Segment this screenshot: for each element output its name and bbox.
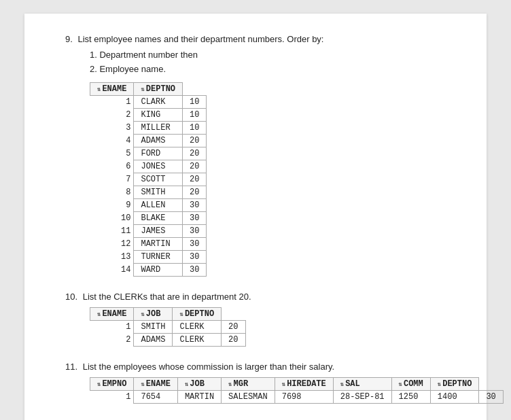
q11-col-job: ⇅JOB [177,377,221,390]
cell-deptno: 20 [183,160,207,173]
table-row: 1SMITHCLERK20 [90,320,246,333]
cell-ename: WARD [134,263,183,276]
table-cell: 30 [479,390,503,403]
row-num: 1 [90,320,134,333]
cell-ename: SMITH [134,186,183,198]
q9-col-deptno: ⇅DEPTNO [134,82,183,95]
cell-deptno: 20 [183,186,207,198]
q11-col-comm: ⇅COMM [391,377,430,390]
table-cell: CLERK [173,333,222,346]
table-row: 2KING10 [90,108,207,121]
q10-table-wrap: ⇅ENAME ⇅JOB ⇅DEPTNO 1SMITHCLERK202ADAMSC… [90,307,446,347]
cell-deptno: 20 [183,173,207,186]
table-row: 2ADAMSCLERK20 [90,333,246,346]
row-num: 2 [90,333,134,346]
row-num: 1 [90,95,134,108]
q10-title: 10. List the CLERKs that are in departme… [65,292,446,302]
q11-title: 11. List the employees whose commission … [65,362,446,372]
cell-deptno: 30 [183,198,207,211]
table-row: 7SCOTT20 [90,173,207,186]
table-cell: SALESMAN [222,390,275,403]
q11-col-ename: ⇅ENAME [134,377,177,390]
cell-ename: ALLEN [134,198,183,211]
cell-ename: SCOTT [134,173,183,186]
table-row: 3MILLER10 [90,121,207,134]
table-row: 14WARD30 [90,263,207,276]
q9-table: ⇅ENAME ⇅DEPTNO 1CLARK102KING103MILLER104… [90,82,207,277]
q9-subitems: 1. Department number then 2. Employee na… [90,48,446,77]
row-num: 13 [90,250,134,263]
cell-deptno: 10 [183,121,207,134]
table-row: 1CLARK10 [90,95,207,108]
sort-icon: ⇅ [228,381,232,388]
table-row: 9ALLEN30 [90,198,207,211]
table-row: 8SMITH20 [90,186,207,198]
table-cell: 7698 [275,390,333,403]
table-row: 6JONES20 [90,160,207,173]
q10-col-ename: ⇅ENAME [90,307,134,320]
row-num: 3 [90,121,134,134]
sort-icon: ⇅ [97,381,101,388]
table-row: 17654MARTINSALESMAN769828-SEP-8112501400… [90,390,504,403]
question-10: 10. List the CLERKs that are in departme… [65,292,446,347]
row-num: 11 [90,224,134,237]
page: 9. List employee names and their departm… [24,14,487,420]
row-num: 2 [90,108,134,121]
cell-ename: TURNER [134,250,183,263]
cell-deptno: 30 [183,250,207,263]
table-row: 10BLAKE30 [90,211,207,224]
table-cell: 20 [222,333,245,346]
sort-icon: ⇅ [185,381,188,388]
sort-icon: ⇅ [141,86,144,93]
cell-deptno: 10 [183,95,207,108]
table-row: 11JAMES30 [90,224,207,237]
row-num: 7 [90,173,134,186]
table-row: 5FORD20 [90,147,207,160]
q11-col-sal: ⇅SAL [333,377,391,390]
row-num: 9 [90,198,134,211]
row-num: 12 [90,237,134,250]
q10-col-job: ⇅JOB [134,307,173,320]
table-cell: 20 [222,320,245,333]
cell-ename: ADAMS [134,134,183,147]
q11-col-deptno: ⇅DEPTNO [430,377,479,390]
table-cell: MARTIN [177,390,221,403]
q9-table-wrap: ⇅ENAME ⇅DEPTNO 1CLARK102KING103MILLER104… [90,82,446,277]
q11-col-empno: ⇅EMPNO [90,377,134,390]
sort-icon: ⇅ [141,311,144,318]
cell-deptno: 10 [183,108,207,121]
sort-icon: ⇅ [97,86,101,93]
table-cell: 1400 [430,390,479,403]
row-num: 1 [90,390,134,403]
sort-icon: ⇅ [340,381,344,388]
sort-icon: ⇅ [179,311,183,318]
table-row: 12MARTIN30 [90,237,207,250]
q9-col-ename: ⇅ENAME [90,82,134,95]
sort-icon: ⇅ [438,381,441,388]
table-cell: ADAMS [134,333,173,346]
row-num: 6 [90,160,134,173]
cell-deptno: 20 [183,147,207,160]
cell-deptno: 30 [183,224,207,237]
q11-col-hiredate: ⇅HIREDATE [275,377,333,390]
table-cell: 7654 [134,390,177,403]
cell-deptno: 20 [183,134,207,147]
q11-table: ⇅EMPNO ⇅ENAME ⇅JOB ⇅MGR ⇅HIREDATE ⇅SAL ⇅… [90,377,504,404]
cell-ename: KING [134,108,183,121]
q11-table-wrap: ⇅EMPNO ⇅ENAME ⇅JOB ⇅MGR ⇅HIREDATE ⇅SAL ⇅… [90,377,446,404]
sort-icon: ⇅ [97,311,101,318]
cell-ename: MILLER [134,121,183,134]
row-num: 8 [90,186,134,198]
q9-title: 9. List employee names and their departm… [65,34,446,44]
table-row: 13TURNER30 [90,250,207,263]
row-num: 4 [90,134,134,147]
question-11: 11. List the employees whose commission … [65,362,446,404]
q10-table: ⇅ENAME ⇅JOB ⇅DEPTNO 1SMITHCLERK202ADAMSC… [90,307,246,347]
cell-ename: FORD [134,147,183,160]
table-cell: 28-SEP-81 [333,390,391,403]
q10-col-deptno: ⇅DEPTNO [173,307,222,320]
sort-icon: ⇅ [399,381,402,388]
row-num: 5 [90,147,134,160]
cell-ename: JAMES [134,224,183,237]
cell-ename: CLARK [134,95,183,108]
